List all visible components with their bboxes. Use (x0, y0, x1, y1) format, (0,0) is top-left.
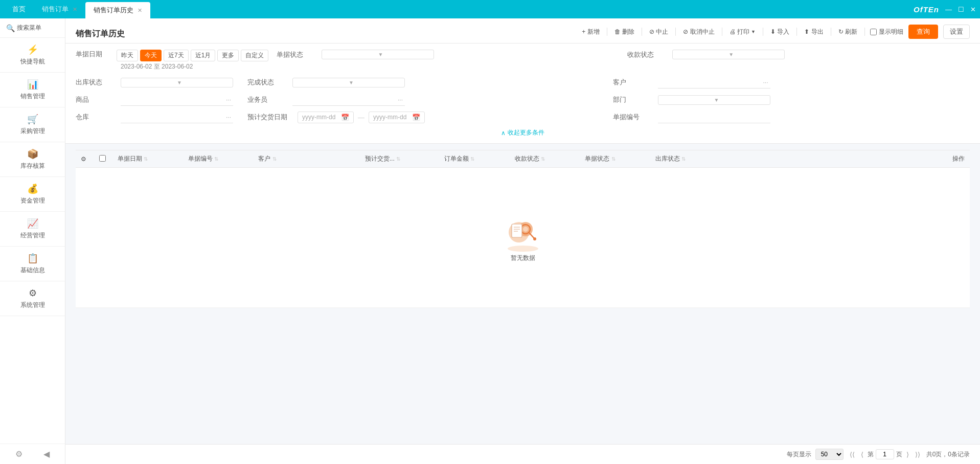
date-btn-1month[interactable]: 近1月 (191, 50, 216, 61)
date-btn-yesterday[interactable]: 昨天 (117, 50, 138, 61)
order-no-input[interactable] (658, 111, 770, 123)
window-minimize[interactable]: — (945, 6, 952, 13)
order-status-select[interactable]: ▼ (322, 50, 434, 59)
th-payment[interactable]: 收款状态 ⇅ (510, 150, 580, 168)
ship-status-select[interactable]: ▼ (121, 78, 233, 87)
cancel-stop-label: ⊘ 取消中止 (683, 28, 714, 36)
sidebar-item-basic-info[interactable]: 📋 基础信息 (0, 247, 65, 281)
sidebar-item-inventory[interactable]: 📦 库存核算 (0, 142, 65, 177)
th-ship-status-label: 出库状态 (655, 155, 680, 162)
sidebar-item-quick-nav[interactable]: ⚡ 快捷导航 (0, 38, 65, 73)
gear-icon[interactable]: ⚙ (81, 156, 86, 163)
empty-state: 暂无数据 (81, 172, 965, 303)
tab-sales-order[interactable]: 销售订单 ✕ (34, 0, 85, 18)
top-bar: 首页 销售订单 ✕ 销售订单历史 ✕ OfTEn — ☐ ✕ (0, 0, 980, 18)
sidebar-item-purchase-mgmt[interactable]: 🛒 采购管理 (0, 107, 65, 142)
date-btn-custom[interactable]: 自定义 (241, 50, 268, 61)
select-all-checkbox[interactable] (99, 155, 106, 162)
delivery-date-to[interactable]: yyyy-mm-dd 📅 (369, 112, 425, 123)
date-range-display: 2023-06-02 至 2023-06-02 (121, 62, 268, 71)
tab-sales-order-history[interactable]: 销售订单历史 ✕ (85, 2, 150, 18)
goods-input[interactable]: ··· (121, 94, 233, 106)
empty-state-cell: 暂无数据 (76, 168, 970, 308)
sidebar-item-operations[interactable]: 📈 经营管理 (0, 212, 65, 247)
delivery-date-label: 预计交货日期 (247, 113, 293, 122)
th-date-label: 单据日期 (118, 155, 142, 162)
date-filter-label: 单据日期 (76, 50, 117, 59)
inventory-icon: 📦 (27, 148, 38, 160)
delete-button[interactable]: 🗑 删除 (612, 28, 636, 36)
export-button[interactable]: ⬆ 导出 (802, 28, 825, 36)
sidebar-item-system[interactable]: ⚙ 系统管理 (0, 281, 65, 316)
toolbar: + 新增 🗑 删除 ⊘ 中止 ⊘ 取消中止 🖨 打印 ▼ (580, 25, 970, 43)
delivery-date-from[interactable]: yyyy-mm-dd 📅 (298, 112, 354, 123)
quick-nav-label: 快捷导航 (20, 57, 45, 66)
th-ship-status[interactable]: 出库状态 ⇅ (650, 150, 917, 168)
page-size-select[interactable]: 20 50 100 (815, 449, 844, 460)
sort-payment-icon: ⇅ (541, 156, 545, 162)
new-button[interactable]: + 新增 (580, 28, 601, 36)
query-button[interactable]: 查询 (908, 25, 938, 39)
divider-8 (864, 28, 865, 36)
export-label: ⬆ 导出 (804, 28, 823, 36)
show-detail-checkbox[interactable] (870, 29, 877, 35)
th-order-status[interactable]: 单据状态 ⇅ (580, 150, 650, 168)
th-check[interactable] (94, 150, 112, 168)
date-btn-7days[interactable]: 近7天 (164, 50, 189, 61)
ship-status-label: 出库状态 (76, 78, 117, 87)
tab-home[interactable]: 首页 (4, 0, 34, 18)
th-action: 操作 (917, 150, 970, 168)
order-status-label: 单据状态 (277, 50, 317, 59)
customer-input[interactable]: ··· (658, 76, 770, 89)
window-maximize[interactable]: ☐ (958, 6, 964, 13)
last-page-button[interactable]: ⟩⟩ (913, 450, 922, 459)
print-button[interactable]: 🖨 打印 ▼ (727, 28, 758, 36)
system-label: 系统管理 (20, 301, 45, 310)
show-detail-checkbox-label[interactable]: 显示明细 (870, 28, 903, 36)
delete-label: 🗑 删除 (614, 28, 634, 36)
empty-state-row: 暂无数据 (76, 168, 970, 308)
svg-point-0 (508, 246, 538, 252)
prev-page-button[interactable]: ⟨ (859, 450, 865, 459)
th-no[interactable]: 单据编号 ⇅ (183, 150, 254, 168)
brand-text: OfTEn (914, 5, 939, 14)
payment-status-select[interactable]: ▼ (672, 50, 785, 59)
sidebar-search[interactable]: 🔍 搜索菜单 (0, 18, 65, 38)
th-customer[interactable]: 客户 ⇅ (253, 150, 359, 168)
close-sales-order-tab[interactable]: ✕ (73, 6, 77, 13)
inventory-label: 库存核算 (20, 162, 45, 170)
sort-no-icon: ⇅ (214, 156, 218, 162)
sidebar-collapse-icon[interactable]: ◀ (43, 449, 50, 459)
import-button[interactable]: ⬇ 导入 (768, 28, 791, 36)
sidebar-settings-icon[interactable]: ⚙ (15, 449, 22, 459)
th-delivery[interactable]: 预计交货... ⇅ (360, 150, 439, 168)
th-delivery-label: 预计交货... (365, 155, 395, 162)
close-history-tab[interactable]: ✕ (138, 7, 142, 14)
date-btn-today[interactable]: 今天 (140, 50, 162, 61)
window-close[interactable]: ✕ (970, 6, 976, 13)
cancel-stop-button[interactable]: ⊘ 取消中止 (681, 28, 716, 36)
complete-status-select[interactable]: ▼ (292, 78, 405, 87)
th-amount[interactable]: 订单金额 ⇅ (439, 150, 510, 168)
salesperson-input[interactable]: ··· (292, 94, 405, 106)
sidebar-item-sales-mgmt[interactable]: 📊 销售管理 (0, 73, 65, 107)
th-no-label: 单据编号 (188, 155, 213, 162)
th-date[interactable]: 单据日期 ⇅ (112, 150, 183, 168)
warehouse-input[interactable]: ··· (121, 111, 233, 123)
ship-status-arrow: ▼ (177, 80, 229, 85)
first-page-button[interactable]: ⟨⟨ (848, 450, 857, 459)
next-page-button[interactable]: ⟩ (904, 450, 911, 459)
print-arrow-icon: ▼ (751, 29, 756, 34)
new-label: + 新增 (582, 28, 599, 36)
refresh-button[interactable]: ↻ 刷新 (836, 28, 859, 36)
stop-button[interactable]: ⊘ 中止 (647, 28, 670, 36)
th-gear[interactable]: ⚙ (76, 150, 94, 168)
empty-text: 暂无数据 (511, 254, 535, 262)
show-detail-label: 显示明细 (879, 28, 903, 36)
date-btn-more[interactable]: 更多 (217, 50, 239, 61)
department-select[interactable]: ▼ (658, 95, 770, 105)
sidebar-item-finance[interactable]: 💰 资金管理 (0, 177, 65, 212)
setting-button[interactable]: 设置 (943, 25, 970, 39)
page-number-input[interactable] (876, 449, 894, 459)
collapse-row[interactable]: ∧ 收起更多条件 (76, 128, 970, 137)
